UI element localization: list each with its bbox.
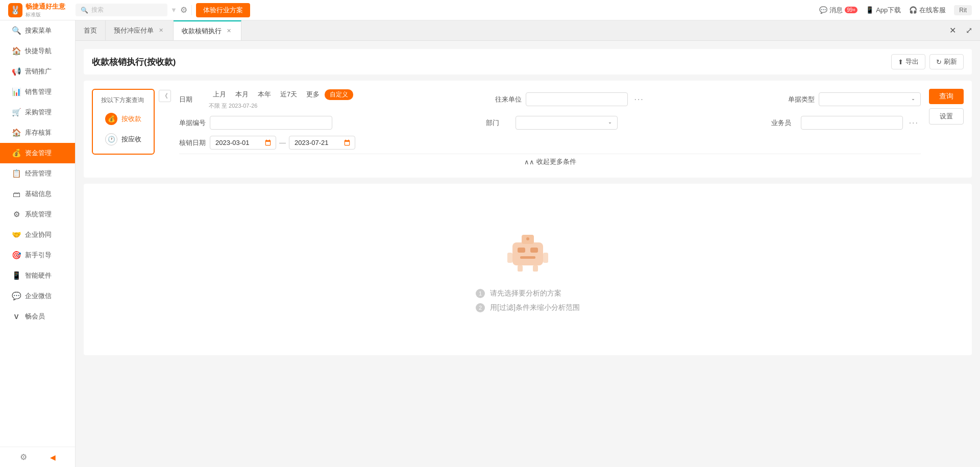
receipt-option-icon: 💰 xyxy=(105,113,117,125)
svg-point-5 xyxy=(526,237,529,240)
sidebar-item-sales[interactable]: 📊 销售管理 xyxy=(0,82,75,102)
export-btn[interactable]: ⬆ 导出 xyxy=(891,54,925,69)
sidebar-item-hardware[interactable]: 📱 智能硬件 xyxy=(0,265,75,286)
sidebar-item-guide[interactable]: 🎯 新手引导 xyxy=(0,245,75,265)
empty-hint-2: 2 用[过滤]条件来缩小分析范围 xyxy=(476,300,580,314)
doc-type-field: 单据类型 xyxy=(788,92,921,106)
basic-info-icon: 🗃 xyxy=(12,190,21,199)
sidebar-settings-icon[interactable]: ⚙ xyxy=(20,452,27,462)
service-item[interactable]: 🎧 在线客服 xyxy=(909,6,946,15)
doc-number-label: 单据编号 xyxy=(179,118,206,128)
sidebar-item-finance[interactable]: 💰 资金管理 xyxy=(0,143,75,163)
time-btn-custom[interactable]: 自定义 xyxy=(325,89,353,100)
sidebar-label-business: 经营管理 xyxy=(25,169,52,178)
export-label: 导出 xyxy=(905,57,919,66)
sales-icon: 📊 xyxy=(12,87,21,96)
tab-expand-btn[interactable]: ⤢ xyxy=(962,23,976,38)
topbar: 🐰 畅捷通好生意 标准版 🔍 搜索 ▼ ⚙ 体验行业方案 💬 消息 99+ 📱 … xyxy=(0,0,980,20)
sidebar-item-member[interactable]: V 畅会员 xyxy=(0,306,75,327)
sidebar-item-enterprise[interactable]: 🤝 企业协同 xyxy=(0,225,75,245)
sidebar-item-basic-info[interactable]: 🗃 基础信息 xyxy=(0,184,75,204)
time-btn-last-month[interactable]: 上月 xyxy=(209,89,230,100)
collapse-more-btn[interactable]: ∧∧ 收起更多条件 xyxy=(179,154,921,169)
tab-prepay[interactable]: 预付冲应付单 ✕ xyxy=(106,20,174,40)
filter-option-receipt[interactable]: 💰 按收款 xyxy=(101,111,145,127)
time-btn-more[interactable]: 更多 xyxy=(302,89,324,100)
tab-receipt-cancel[interactable]: 收款核销执行 ✕ xyxy=(174,20,241,40)
doc-number-input[interactable] xyxy=(210,116,332,130)
department-field: 部门 xyxy=(486,116,618,130)
salesperson-input[interactable] xyxy=(801,116,903,130)
query-btn[interactable]: 查询 xyxy=(929,89,964,104)
receipt-option-label: 按收款 xyxy=(121,114,141,124)
sidebar-item-business[interactable]: 📋 经营管理 xyxy=(0,163,75,184)
sidebar-item-wechat[interactable]: 💬 企业微信 xyxy=(0,286,75,306)
salesperson-field: 业务员 ··· xyxy=(771,116,921,130)
filter-options-title: 按以下方案查询 xyxy=(101,96,145,105)
salesperson-dots-btn[interactable]: ··· xyxy=(907,118,921,128)
content-area: 首页 预付冲应付单 ✕ 收款核销执行 ✕ ✕ ⤢ 收款核销执行(按收款) xyxy=(76,20,980,467)
user-profile[interactable]: Rit xyxy=(954,5,972,15)
wechat-icon: 💬 xyxy=(12,291,21,301)
sidebar-item-marketing[interactable]: 📢 营销推广 xyxy=(0,61,75,82)
cancel-date-label: 核销日期 xyxy=(179,138,206,148)
settings-btn[interactable]: 设置 xyxy=(929,108,964,125)
main-layout: 🔍 搜索菜单 🏠 快捷导航 📢 营销推广 📊 销售管理 🛒 采购管理 🏠 库存核… xyxy=(0,20,980,467)
tab-receipt-cancel-close[interactable]: ✕ xyxy=(225,27,233,35)
sidebar: 🔍 搜索菜单 🏠 快捷导航 📢 营销推广 📊 销售管理 🛒 采购管理 🏠 库存核… xyxy=(0,20,76,467)
solution-btn[interactable]: 体验行业方案 xyxy=(196,3,250,17)
message-icon: 💬 xyxy=(819,6,827,14)
sidebar-item-quick-nav[interactable]: 🏠 快捷导航 xyxy=(0,41,75,61)
department-label: 部门 xyxy=(486,118,511,128)
logo: 🐰 畅捷通好生意 标准版 xyxy=(8,2,65,18)
sidebar-item-inventory[interactable]: 🏠 库存核算 xyxy=(0,122,75,143)
app-download-item[interactable]: 📱 App下载 xyxy=(866,6,901,15)
sidebar-item-purchase[interactable]: 🛒 采购管理 xyxy=(0,102,75,122)
search-placeholder: 搜索 xyxy=(91,6,104,14)
counterparty-dots-btn[interactable]: ··· xyxy=(632,95,646,104)
search-box[interactable]: 🔍 搜索 xyxy=(76,4,167,16)
topbar-settings-icon[interactable]: ⚙ xyxy=(180,5,187,15)
svg-rect-1 xyxy=(518,248,525,253)
query-row-2: 单据编号 部门 xyxy=(179,116,921,130)
tab-prepay-close[interactable]: ✕ xyxy=(157,27,165,35)
doc-type-select[interactable] xyxy=(819,92,921,106)
svg-rect-2 xyxy=(530,248,538,253)
sidebar-item-search-menu[interactable]: 🔍 搜索菜单 xyxy=(0,20,75,41)
receivable-option-label: 按应收 xyxy=(121,135,141,144)
sidebar-item-system[interactable]: ⚙ 系统管理 xyxy=(0,204,75,225)
tab-home[interactable]: 首页 xyxy=(76,20,106,40)
title-actions: ⬆ 导出 ↻ 刷新 xyxy=(891,54,964,69)
cancel-date-end[interactable] xyxy=(289,136,355,150)
time-btn-7days[interactable]: 近7天 xyxy=(276,89,301,100)
message-badge: 99+ xyxy=(845,7,857,13)
time-btn-this-month[interactable]: 本月 xyxy=(231,89,253,100)
time-btn-this-year[interactable]: 本年 xyxy=(254,89,275,100)
sidebar-collapse-icon[interactable]: ◀ xyxy=(50,453,56,461)
cancel-date-start[interactable] xyxy=(210,136,276,150)
topbar-right: 💬 消息 99+ 📱 App下载 🎧 在线客服 Rit xyxy=(819,5,972,15)
business-icon: 📋 xyxy=(12,169,21,178)
date-field: 日期 上月 本月 本年 近7天 更多 自定义 xyxy=(179,89,353,110)
query-main: 日期 上月 本月 本年 近7天 更多 自定义 xyxy=(179,89,921,169)
svg-rect-3 xyxy=(520,256,535,259)
sidebar-label-sales: 销售管理 xyxy=(25,87,52,96)
sidebar-label-system: 系统管理 xyxy=(25,210,52,219)
cancel-date-field: 核销日期 — xyxy=(179,136,355,150)
filter-collapse-btn[interactable]: 《 xyxy=(159,90,171,102)
message-label: 消息 xyxy=(829,6,843,15)
page-title: 收款核销执行(按收款) xyxy=(92,56,176,68)
counterparty-input[interactable] xyxy=(526,92,628,106)
refresh-btn[interactable]: ↻ 刷新 xyxy=(929,54,964,69)
department-select[interactable] xyxy=(516,116,618,130)
filter-option-receivable[interactable]: 🕐 按应收 xyxy=(101,131,145,148)
tab-close-all-btn[interactable]: ✕ xyxy=(945,23,960,38)
sidebar-label-search-menu: 搜索菜单 xyxy=(25,26,52,35)
date-label: 日期 xyxy=(179,95,205,104)
sidebar-label-wechat: 企业微信 xyxy=(25,291,52,301)
inventory-icon: 🏠 xyxy=(12,128,21,137)
counterparty-field: 往来单位 ··· xyxy=(495,92,646,106)
enterprise-icon: 🤝 xyxy=(12,230,21,239)
message-item[interactable]: 💬 消息 99+ xyxy=(819,6,857,15)
svg-rect-8 xyxy=(518,265,523,272)
